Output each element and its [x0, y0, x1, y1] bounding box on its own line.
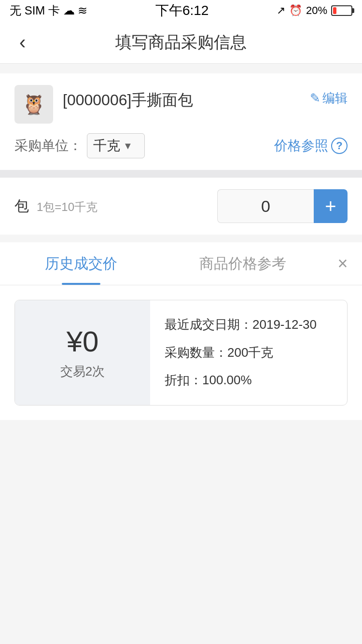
alarm-icon: ⏰	[289, 4, 302, 17]
price-detail-date-value: 2019-12-30	[252, 317, 317, 332]
price-detail-quantity-value: 200千克	[227, 345, 273, 360]
status-bar-right: ↗ ⏰ 20%	[277, 4, 352, 17]
quantity-unit-label: 包	[14, 196, 29, 216]
tab-active-underline	[62, 283, 100, 285]
price-ref-label: 价格参照	[274, 137, 328, 155]
battery-fill	[333, 7, 336, 14]
price-detail-discount: 折扣：100.00%	[165, 370, 333, 391]
chevron-down-icon: ▼	[123, 140, 133, 152]
nav-bar: ‹ 填写商品采购信息	[0, 21, 362, 64]
tab-product-price-ref[interactable]: 商品价格参考	[162, 242, 323, 285]
tabs-section: 历史成交价 商品价格参考 × ¥0 交易2次 最近成交日期：2019-12-30	[0, 242, 362, 420]
product-thumbnail: 🦉	[14, 85, 53, 124]
price-currency: ¥	[67, 325, 83, 358]
quantity-plus-button[interactable]: +	[314, 189, 348, 223]
quantity-conversion: 1包=10千克	[37, 199, 97, 215]
quantity-section: 包 1包=10千克 0 +	[0, 178, 362, 235]
unit-label: 采购单位：	[14, 137, 82, 155]
price-reference-button[interactable]: 价格参照 ?	[274, 137, 348, 155]
battery-icon	[331, 5, 352, 16]
price-detail-discount-label: 折扣：	[165, 373, 202, 387]
edit-button[interactable]: ✎ 编辑	[310, 85, 348, 107]
price-detail-quantity: 采购数量：200千克	[165, 343, 333, 363]
plus-icon: +	[325, 196, 336, 217]
price-detail-quantity-label: 采购数量：	[165, 345, 227, 360]
page-title: 填写商品采购信息	[115, 31, 247, 54]
section-divider	[0, 170, 362, 178]
product-section: 🦉 [0000006]手撕面包 ✎ 编辑 采购单位： 千克 ▼ 价格参照 ?	[0, 73, 362, 170]
price-trade-count: 交易2次	[60, 363, 105, 380]
product-owl-icon: 🦉	[22, 93, 46, 116]
back-button[interactable]: ‹	[14, 27, 30, 58]
status-bar-left: 无 SIM 卡 ☁ ≋	[10, 3, 87, 18]
tabs-close-button[interactable]: ×	[323, 242, 362, 285]
product-name: [0000006]手撕面包	[63, 85, 193, 111]
product-unit-row: 采购单位： 千克 ▼ 价格参照 ?	[14, 133, 348, 158]
price-ref-help-icon: ?	[331, 138, 348, 154]
price-card-left: ¥0 交易2次	[15, 300, 150, 405]
unit-select-dropdown[interactable]: 千克 ▼	[87, 133, 145, 158]
price-detail-discount-value: 100.00%	[202, 373, 252, 387]
status-bar: 无 SIM 卡 ☁ ≋ 下午6:12 ↗ ⏰ 20%	[0, 0, 362, 21]
tab-content: ¥0 交易2次 最近成交日期：2019-12-30 采购数量：200千克 折扣：…	[0, 285, 362, 420]
tabs-header: 历史成交价 商品价格参考 ×	[0, 242, 362, 285]
quantity-input-group: 0 +	[217, 189, 348, 223]
quantity-left: 包 1包=10千克	[14, 196, 97, 216]
quantity-value: 0	[261, 197, 270, 216]
close-icon: ×	[337, 253, 348, 274]
product-header: 🦉 [0000006]手撕面包 ✎ 编辑	[14, 85, 348, 124]
edit-label: 编辑	[322, 90, 348, 107]
tab-history-price-label: 历史成交价	[45, 254, 117, 274]
price-detail-date: 最近成交日期：2019-12-30	[165, 315, 333, 335]
price-detail-date-label: 最近成交日期：	[165, 317, 252, 332]
price-value: 0	[83, 325, 98, 358]
location-icon: ↗	[277, 4, 285, 17]
price-amount: ¥0	[67, 325, 99, 358]
price-card-right: 最近成交日期：2019-12-30 采购数量：200千克 折扣：100.00%	[150, 300, 347, 405]
price-card: ¥0 交易2次 最近成交日期：2019-12-30 采购数量：200千克 折扣：…	[14, 300, 348, 406]
status-bar-time: 下午6:12	[155, 1, 209, 20]
tab-product-price-ref-label: 商品价格参考	[199, 254, 286, 274]
edit-icon: ✎	[310, 91, 320, 106]
quantity-input[interactable]: 0	[217, 189, 314, 223]
bottom-empty-area	[0, 420, 362, 644]
unit-value: 千克	[93, 137, 120, 155]
product-left: 🦉 [0000006]手撕面包	[14, 85, 310, 124]
tab-history-price[interactable]: 历史成交价	[0, 242, 162, 285]
carrier-text: 无 SIM 卡 ☁ ≋	[10, 3, 87, 18]
battery-percent: 20%	[306, 4, 327, 17]
